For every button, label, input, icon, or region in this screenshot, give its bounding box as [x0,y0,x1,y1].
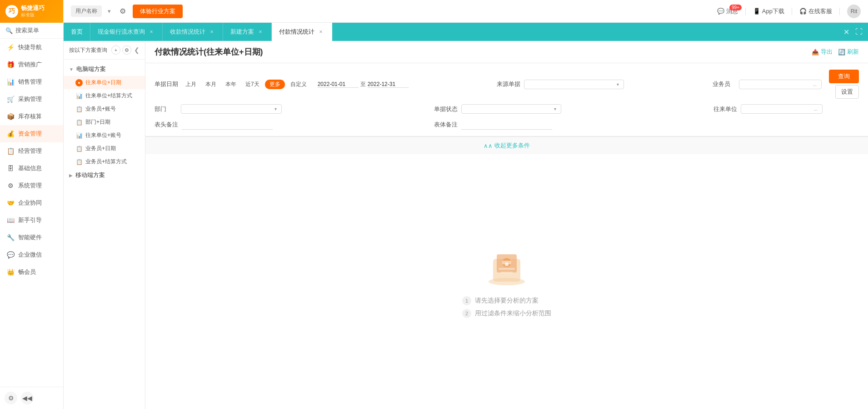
tabbar-controls: ✕ ⛶ [837,23,868,41]
sidebar-item-guide[interactable]: 📖新手引导 [0,212,63,229]
collapse-label: 收起更多条件 [494,141,530,150]
scheme-panel-header: 按以下方案查询 + ⚙ ❮ [64,41,145,60]
refresh-btn[interactable]: 🔄 刷新 [838,48,859,56]
tab-bank-close[interactable]: × [148,28,155,35]
date-opt-custom[interactable]: 自定义 [287,80,310,89]
tab-collect-close[interactable]: × [208,28,215,35]
query-btn[interactable]: 查询 [829,70,859,83]
tab-bank[interactable]: 现金银行流水查询 × [90,23,163,41]
date-opt-more[interactable]: 更多 [265,80,285,89]
svg-rect-6 [500,272,513,273]
sidebar-icon-guide: 📖 [6,216,15,224]
scheme-item-0[interactable]: ● 往来单位+日期 [64,76,145,89]
date-opt-last-month[interactable]: 上月 [182,80,200,89]
tab-collect[interactable]: 收款情况统计 × [163,23,223,41]
topbar-gear-btn[interactable]: ⚙ [116,5,129,18]
partner-select[interactable]: ... [741,104,823,114]
scheme-desktop-group-header[interactable]: ▼ 电脑端方案 [64,62,145,76]
body-note-label: 表体备注 [434,121,458,129]
scheme-add-btn[interactable]: + [111,45,120,55]
settings-footer-btn[interactable]: ⚙ [5,392,17,404]
doc-status-label: 单据状态 [434,105,458,113]
scheme-item-1[interactable]: 📊 往来单位+结算方式 [64,89,145,102]
scheme-item-5[interactable]: 📋 业务员+日期 [64,142,145,155]
sidebar-item-basic[interactable]: 🗄基础信息 [0,160,63,177]
sidebar-item-purchase[interactable]: 🛒采购管理 [0,91,63,108]
sidebar-icon-business: 📋 [6,147,15,155]
message-icon: 💬 [717,8,724,15]
tab-new-plan-close[interactable]: × [257,28,264,35]
scheme-settings-btn[interactable]: ⚙ [122,45,131,55]
tab-close-all-btn[interactable]: ✕ [841,26,852,37]
sidebar-item-enterprise[interactable]: 🤝企业协同 [0,194,63,212]
trial-btn[interactable]: 体验行业方案 [133,5,183,18]
sidebar-item-business[interactable]: 📋经营管理 [0,142,63,160]
doc-status-select[interactable]: ▾ [461,104,561,114]
scheme-item-label-2: 业务员+账号 [85,105,116,113]
scheme-item-3[interactable]: 📋 部门+日期 [64,116,145,129]
dept-select[interactable]: ▾ [181,104,282,114]
sidebar-icon-shortcut: ⚡ [6,43,15,51]
sidebar-item-system[interactable]: ⚙系统管理 [0,177,63,194]
sidebar-item-inventory[interactable]: 📦库存核算 [0,108,63,125]
avatar[interactable]: Rit [847,5,861,18]
export-btn[interactable]: 📤 导出 [812,48,833,56]
date-range-end[interactable] [368,81,409,88]
sidebar-item-hardware[interactable]: 🔧智能硬件 [0,229,63,246]
filter-area: 单据日期 上月 本月 本年 近7天 更多 自定义 至 [145,63,868,136]
scheme-item-label-4: 往来单位+账号 [85,131,121,139]
app-name-area: 畅捷通巧 标准版 [21,5,45,18]
sidebar-item-wechat[interactable]: 💬企业微信 [0,246,63,263]
desktop-group-arrow: ▼ [69,67,74,72]
export-icon: 📤 [812,49,819,56]
app-logo: 巧 [5,5,18,18]
filter-settings-btn[interactable]: 设置 [835,85,859,99]
divider2 [792,8,792,15]
user-dropdown-btn[interactable]: ▾ [105,8,113,15]
scheme-item-6[interactable]: 📋 业务员+结算方式 [64,155,145,168]
scheme-mobile-group-header[interactable]: ▶ 移动端方案 [64,168,145,182]
scheme-item-label-5: 业务员+日期 [85,145,116,152]
date-range-start[interactable] [318,81,359,88]
date-opt-7days[interactable]: 近7天 [242,80,263,89]
sidebar-label-enterprise: 企业协同 [18,199,42,207]
app-download-btn[interactable]: 📱 App下载 [753,7,784,15]
user-name: 用户名称 [75,7,97,15]
scheme-panel-title: 按以下方案查询 [69,46,109,54]
export-label: 导出 [821,48,833,56]
search-menu[interactable]: 🔍 搜索菜单 [0,23,63,39]
scheme-item-4[interactable]: 📊 往来单位+账号 [64,129,145,142]
sidebar-item-marketing[interactable]: 🎁营销推广 [0,56,63,73]
collapse-more-btn[interactable]: ∧∧ 收起更多条件 [478,140,535,151]
tab-fullscreen-btn[interactable]: ⛶ [853,26,864,37]
date-opt-this-year[interactable]: 本年 [222,80,240,89]
message-btn[interactable]: 💬 消息 99+ [717,7,738,15]
tab-new-plan[interactable]: 新建方案 × [223,23,272,41]
tab-home[interactable]: 首页 [64,23,90,41]
sidebar-label-business: 经营管理 [18,147,42,155]
source-doc-select[interactable]: ▾ [524,80,624,89]
body-note-input[interactable] [461,119,552,130]
sidebar-item-finance[interactable]: 💰资金管理 [0,125,63,142]
date-opt-this-month[interactable]: 本月 [202,80,220,89]
online-service-btn[interactable]: 🎧 在线客服 [799,7,832,15]
filter-row-3: 表头备注 表体备注 [155,119,859,130]
tab-pay-stat-close[interactable]: × [317,28,324,35]
sidebar-icon-marketing: 🎁 [6,61,15,69]
scheme-item-2[interactable]: 📋 业务员+账号 [64,102,145,116]
scheme-panel-actions: + ⚙ [111,45,131,55]
scheme-panel-collapse-btn[interactable]: ❮ [134,46,140,54]
sidebar-item-member[interactable]: 👑畅会员 [0,263,63,281]
sidebar: 巧 畅捷通巧 标准版 🔍 搜索菜单 ⚡快捷导航🎁营销推广📊销售管理🛒采购管理📦库… [0,0,64,409]
empty-state: 1 请先选择要分析的方案 2 用过滤条件来缩小分析范围 [145,154,868,409]
sales-rep-select[interactable]: ... [739,80,822,89]
tab-new-plan-label: 新建方案 [230,28,254,36]
header-note-input[interactable] [182,119,273,130]
app-name: 畅捷通巧 [21,5,45,12]
sidebar-item-sales[interactable]: 📊销售管理 [0,73,63,91]
collapse-sidebar-btn[interactable]: ◀◀ [21,392,34,404]
user-selector[interactable]: 用户名称 [71,5,102,17]
topbar: 用户名称 ▾ ⚙ 体验行业方案 💬 消息 99+ 📱 App下载 🎧 在线客服 [64,0,868,23]
tab-pay-stat[interactable]: 付款情况统计 × [272,23,332,41]
sidebar-item-shortcut[interactable]: ⚡快捷导航 [0,39,63,56]
